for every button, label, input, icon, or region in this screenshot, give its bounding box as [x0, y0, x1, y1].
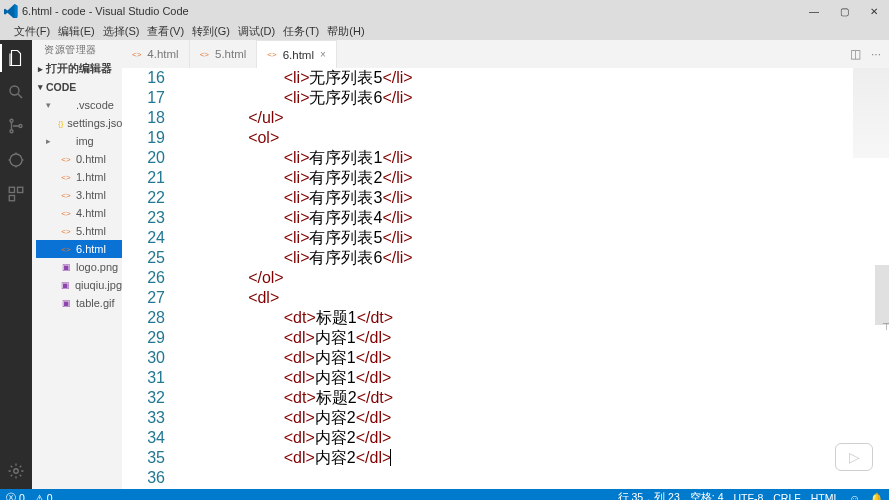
menu-item[interactable]: 调试(D)	[238, 24, 275, 39]
code-line[interactable]: <dl>内容1</dl>	[177, 368, 889, 388]
minimap[interactable]	[853, 68, 889, 158]
minimize-button[interactable]	[799, 0, 829, 22]
close-tab-icon[interactable]: ×	[320, 49, 326, 60]
tree-label: img	[76, 135, 94, 147]
code-line[interactable]: <dl>内容1</dl>	[177, 348, 889, 368]
editor-tab[interactable]: 5.html	[190, 40, 258, 68]
close-window-button[interactable]	[859, 0, 889, 22]
editor-tab[interactable]: 6.html×	[257, 40, 337, 68]
tree-label: settings.json	[67, 117, 128, 129]
line-number: 33	[122, 408, 165, 428]
code-line[interactable]: <dl>内容2</dl>	[177, 408, 889, 428]
editor-tabs: 4.html5.html6.html× ◫ ···	[122, 40, 889, 68]
activity-bar	[0, 40, 32, 489]
scrollbar-vertical[interactable]	[875, 265, 889, 325]
tree-label: 5.html	[76, 225, 106, 237]
line-number: 29	[122, 328, 165, 348]
status-language[interactable]: HTML	[811, 492, 840, 500]
tree-file[interactable]: 4.html	[36, 204, 122, 222]
svg-point-1	[10, 119, 13, 122]
code-line[interactable]: <li>无序列表6</li>	[177, 88, 889, 108]
code-line[interactable]: <li>有序列表2</li>	[177, 168, 889, 188]
code-line[interactable]: </dl>	[177, 488, 889, 489]
search-icon[interactable]	[4, 80, 28, 104]
status-line-col[interactable]: 行 35，列 23	[618, 491, 680, 500]
code-line[interactable]: <li>有序列表5</li>	[177, 228, 889, 248]
status-feedback-icon[interactable]: ☺	[849, 492, 860, 500]
json-icon	[58, 119, 63, 128]
code-editor[interactable]: 1617181920212223242526272829303132333435…	[122, 68, 889, 489]
file-icon	[60, 191, 72, 200]
line-number: 27	[122, 288, 165, 308]
svg-rect-6	[18, 187, 23, 192]
chevron-icon	[46, 136, 56, 146]
menu-item[interactable]: 文件(F)	[14, 24, 50, 39]
menu-item[interactable]: 选择(S)	[103, 24, 140, 39]
split-editor-icon[interactable]: ◫	[850, 47, 861, 61]
file-icon	[60, 245, 72, 254]
tree-file[interactable]: 3.html	[36, 186, 122, 204]
code-line[interactable]: <dl>内容1</dl>	[177, 328, 889, 348]
settings-gear-icon[interactable]	[4, 459, 28, 483]
extensions-icon[interactable]	[4, 182, 28, 206]
code-line[interactable]: <ol>	[177, 128, 889, 148]
tab-actions: ◫ ···	[850, 40, 889, 68]
editor-tab[interactable]: 4.html	[122, 40, 190, 68]
status-errors[interactable]: ⓧ0	[6, 491, 25, 500]
code-line[interactable]: </ul>	[177, 108, 889, 128]
source-control-icon[interactable]	[4, 114, 28, 138]
line-number: 32	[122, 388, 165, 408]
tree-file[interactable]: logo.png	[36, 258, 122, 276]
code-line[interactable]: <li>有序列表3</li>	[177, 188, 889, 208]
line-number: 24	[122, 228, 165, 248]
code-line[interactable]: <dl>内容2</dl>	[177, 428, 889, 448]
tree-file[interactable]: settings.json	[36, 114, 122, 132]
line-number: 22	[122, 188, 165, 208]
status-bell-icon[interactable]: 🔔	[870, 492, 883, 501]
code-line[interactable]: <li>有序列表4</li>	[177, 208, 889, 228]
menu-item[interactable]: 帮助(H)	[327, 24, 364, 39]
code-line[interactable]: </ol>	[177, 268, 889, 288]
code-line[interactable]: <li>有序列表1</li>	[177, 148, 889, 168]
line-number: 16	[122, 68, 165, 88]
svg-rect-5	[9, 187, 14, 192]
tree-file[interactable]: 1.html	[36, 168, 122, 186]
status-spaces[interactable]: 空格: 4	[690, 491, 724, 500]
tree-label: logo.png	[76, 261, 118, 273]
menu-item[interactable]: 查看(V)	[147, 24, 184, 39]
tree-file[interactable]: table.gif	[36, 294, 122, 312]
code-line[interactable]: <li>有序列表6</li>	[177, 248, 889, 268]
line-number: 28	[122, 308, 165, 328]
code-line[interactable]	[177, 468, 889, 488]
code-content[interactable]: <li>无序列表5</li> <li>无序列表6</li> </ul> <ol>…	[177, 68, 889, 489]
svg-rect-7	[9, 196, 14, 201]
section-workspace[interactable]: ▾CODE	[32, 78, 122, 96]
menu-item[interactable]: 任务(T)	[283, 24, 319, 39]
menu-item[interactable]: 转到(G)	[192, 24, 230, 39]
explorer-icon[interactable]	[4, 46, 28, 70]
section-open-editors[interactable]: ▸打开的编辑器	[32, 60, 122, 78]
video-watermark-icon	[835, 443, 873, 471]
status-encoding[interactable]: UTF-8	[734, 492, 764, 500]
code-line[interactable]: <li>无序列表5</li>	[177, 68, 889, 88]
file-icon	[132, 50, 141, 59]
status-eol[interactable]: CRLF	[773, 492, 800, 500]
svg-point-0	[10, 86, 19, 95]
tree-label: 1.html	[76, 171, 106, 183]
code-line[interactable]: <dt>标题2</dt>	[177, 388, 889, 408]
menu-item[interactable]: 编辑(E)	[58, 24, 95, 39]
tree-file[interactable]: 6.html	[36, 240, 122, 258]
window-title: 6.html - code - Visual Studio Code	[22, 5, 189, 17]
code-line[interactable]: <dl>内容2</dl>	[177, 448, 889, 468]
tree-file[interactable]: qiuqiu.jpg	[36, 276, 122, 294]
tree-file[interactable]: 5.html	[36, 222, 122, 240]
maximize-button[interactable]	[829, 0, 859, 22]
tree-folder[interactable]: img	[36, 132, 122, 150]
tree-file[interactable]: 0.html	[36, 150, 122, 168]
code-line[interactable]: <dt>标题1</dt>	[177, 308, 889, 328]
more-actions-icon[interactable]: ···	[871, 47, 881, 61]
status-warnings[interactable]: ⚠0	[35, 492, 53, 500]
debug-icon[interactable]	[4, 148, 28, 172]
tree-folder[interactable]: .vscode	[36, 96, 122, 114]
code-line[interactable]: <dl>	[177, 288, 889, 308]
